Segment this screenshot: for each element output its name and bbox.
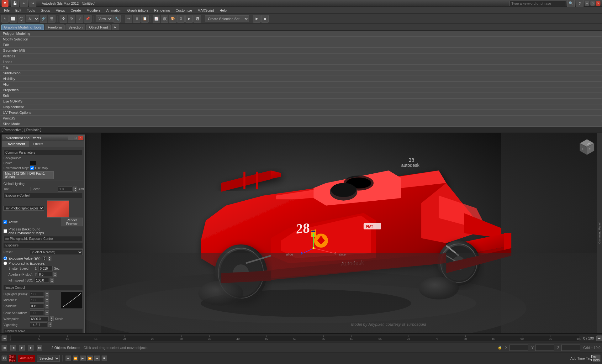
color-sat-up[interactable]: ▲	[45, 310, 49, 313]
menu-file[interactable]: File	[2, 8, 12, 13]
vertices-btn[interactable]: Vertices	[0, 53, 602, 59]
use-nurms-btn[interactable]: Use NURMS	[0, 98, 602, 104]
next-key-btn[interactable]: ⏭	[37, 345, 42, 351]
modify-selection-btn[interactable]: Modify Selection	[0, 36, 602, 42]
vignetting-input[interactable]	[30, 322, 47, 327]
aperture-input[interactable]	[38, 272, 52, 277]
viewport-navigation-cube[interactable]: TOP R L	[578, 138, 596, 155]
uv-tweak-btn[interactable]: UV Tweak Options	[0, 110, 602, 115]
env-panel-maximize[interactable]: □	[73, 136, 78, 140]
properties-btn[interactable]: Properties	[0, 87, 602, 93]
menu-group[interactable]: Group	[38, 8, 53, 13]
y-coord-input[interactable]	[535, 345, 554, 351]
autokey-button[interactable]: Auto Key	[18, 355, 35, 362]
schematic[interactable]: 🕸	[161, 15, 168, 23]
menu-graph-editors[interactable]: Graph Editors	[125, 8, 151, 13]
ev-radio[interactable]	[3, 256, 7, 260]
selected-dropdown[interactable]: Selected	[37, 355, 60, 362]
midtones-input[interactable]	[30, 298, 44, 303]
color-sat-down[interactable]: ▼	[45, 313, 49, 315]
menu-create[interactable]: Create	[68, 8, 83, 13]
transport-prev[interactable]: ⏪	[73, 356, 78, 361]
render-setup[interactable]: ⚙	[177, 15, 185, 23]
midtones-up[interactable]: ▲	[45, 298, 49, 300]
active-checkbox[interactable]	[3, 220, 7, 224]
prev-frame-btn2[interactable]: ◀	[10, 345, 16, 351]
level-up-btn[interactable]: ▲	[73, 187, 77, 189]
render-btn[interactable]: ▶	[185, 15, 193, 23]
shutter-input[interactable]	[39, 266, 53, 271]
scale-tool[interactable]: ⤢	[76, 15, 83, 23]
slice-mode-btn[interactable]: Slice Mode	[0, 121, 602, 127]
reference-dropdown[interactable]: View	[96, 15, 113, 22]
tint-swatch[interactable]	[30, 187, 30, 191]
play-anim[interactable]: ▶	[253, 15, 261, 23]
aperture-up[interactable]: ▲	[53, 272, 57, 274]
material-editor[interactable]: 🎨	[169, 15, 177, 23]
film-up[interactable]: ▲	[50, 278, 54, 280]
transport-play[interactable]: ▶	[80, 356, 86, 361]
geometry-all-btn[interactable]: Geometry (All)	[0, 48, 602, 53]
photo-radio[interactable]	[3, 261, 7, 265]
color-sat-input[interactable]	[30, 310, 44, 315]
stop-anim[interactable]: ⏹	[261, 15, 269, 23]
search-btn[interactable]: 🔍	[567, 0, 575, 7]
next-frame-btn[interactable]: ⏭	[596, 335, 602, 341]
curves-editor[interactable]: 📈	[153, 15, 160, 23]
align-tools-btn[interactable]: Align	[0, 82, 602, 87]
object-paint-btn[interactable]: Object Paint	[86, 24, 111, 30]
common-params-header[interactable]: Common Parameters	[3, 150, 83, 155]
edit-btn[interactable]: Edit	[0, 42, 602, 48]
key-filters-btn[interactable]: Key Filters...	[593, 355, 600, 362]
ev-down[interactable]: ▼	[48, 258, 51, 261]
close-button[interactable]: ✕	[596, 1, 600, 6]
exposure-preset-select[interactable]: mr Photographic Exposure Contr...	[3, 206, 44, 211]
set-key-btn[interactable]: Set Key	[9, 355, 16, 362]
menu-edit[interactable]: Edit	[13, 8, 24, 13]
film-down[interactable]: ▼	[50, 280, 54, 283]
env-tab-environment[interactable]: Environment	[2, 141, 29, 147]
film-speed-input[interactable]	[35, 278, 49, 283]
whitepoint-input[interactable]	[30, 316, 49, 321]
env-panel-minimize[interactable]: ─	[68, 136, 73, 140]
bg-color-swatch[interactable]	[30, 161, 36, 165]
env-panel-title-bar[interactable]: Environment and Effects ─ □ ✕	[2, 135, 84, 141]
exposure-control-header[interactable]: Exposure Control	[3, 193, 83, 198]
transport-next[interactable]: ⏩	[87, 356, 93, 361]
use-map-checkbox[interactable]	[30, 166, 34, 170]
undo-btn[interactable]: ↩	[20, 0, 28, 7]
ev-up[interactable]: ▲	[48, 256, 51, 258]
prev-frame-btn[interactable]: ⏮	[2, 335, 7, 341]
transport-end[interactable]: ⏭	[94, 356, 100, 361]
displacement-btn[interactable]: Displacement	[0, 104, 602, 110]
prev-key-btn[interactable]: ⏮	[2, 345, 7, 351]
menu-animation[interactable]: Animation	[104, 8, 124, 13]
quick-access-btn[interactable]: 💾	[11, 0, 19, 7]
placement-tool[interactable]: 📌	[84, 15, 92, 23]
level-input[interactable]	[58, 187, 72, 192]
highlights-up[interactable]: ▲	[45, 292, 49, 294]
whitepoint-down[interactable]: ▼	[50, 319, 54, 321]
transport-start[interactable]: ⏮	[66, 356, 71, 361]
menu-rendering[interactable]: Rendering	[152, 8, 173, 13]
render-preview-btn[interactable]: Render Preview	[61, 218, 83, 226]
link-tool[interactable]: 🔗	[40, 15, 47, 23]
visibility-btn[interactable]: Visibility	[0, 76, 602, 82]
viewport-3d[interactable]: 28 Autodesk FIAT alice alice	[0, 133, 602, 333]
ev-input[interactable]	[43, 256, 46, 260]
x-coord-input[interactable]	[510, 345, 528, 351]
rendered-frame[interactable]: 🖼	[193, 15, 201, 23]
vignetting-down[interactable]: ▼	[48, 325, 52, 327]
env-panel-close[interactable]: ✕	[78, 136, 83, 140]
midtones-down[interactable]: ▼	[45, 300, 49, 303]
preset-dropdown[interactable]: (Select a preset)	[30, 249, 83, 255]
timeline-track[interactable]: 0510152025303540455055606570758085909510…	[10, 335, 579, 341]
mr-photo-exposure-header[interactable]: mr Photographic Exposure Control	[3, 236, 83, 241]
lasso-select[interactable]: ◯	[18, 15, 25, 23]
aperture-down[interactable]: ▼	[53, 274, 57, 277]
select-move[interactable]: ✛	[60, 15, 67, 23]
help-search-input[interactable]	[510, 1, 566, 6]
whitepoint-up[interactable]: ▲	[50, 316, 54, 319]
transport-stop[interactable]: ⏹	[102, 356, 107, 361]
mirror-tool[interactable]: ⇔	[125, 15, 132, 23]
